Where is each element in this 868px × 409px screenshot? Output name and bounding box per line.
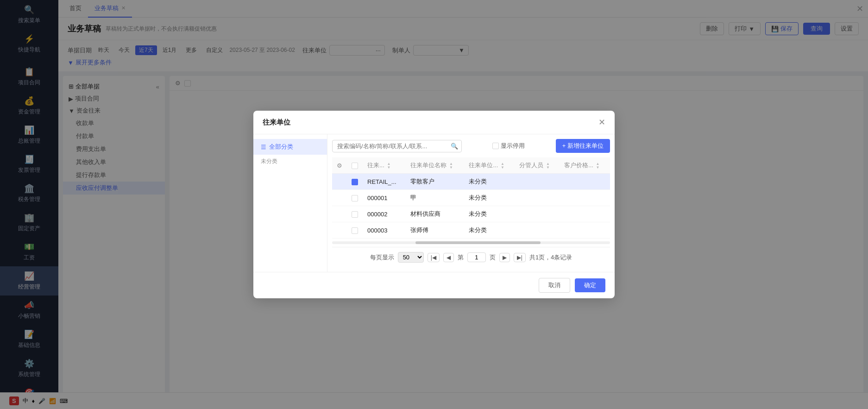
th-category: 往来单位... ▲▼ <box>464 157 515 174</box>
counterpart-table: ⚙ 往来... ▲▼ 往来单位名称 ▲▼ <box>332 157 610 239</box>
total-text: 共1页，4条记录 <box>529 253 572 262</box>
th-settings: ⚙ <box>332 157 347 174</box>
per-page-select[interactable]: 50 20 100 <box>398 252 424 263</box>
sort-price-icon: ▲▼ <box>596 162 600 170</box>
dialog-title: 往来单位 <box>263 118 290 127</box>
row-checkbox-3 <box>347 206 363 222</box>
table-row[interactable]: 000002 材料供应商 未分类 <box>332 206 610 222</box>
th-price: 客户价格... ▲▼ <box>560 157 610 174</box>
row-manager-4 <box>515 222 560 239</box>
cat-all-label: 全部分类 <box>269 143 293 151</box>
row-cb-2[interactable] <box>352 195 358 201</box>
dialog-header: 往来单位 ✕ <box>253 111 615 134</box>
row-name-3: 材料供应商 <box>406 206 464 222</box>
search-wrap: 🔍 <box>332 140 462 152</box>
row-cb-3[interactable] <box>352 211 358 218</box>
table-row[interactable]: RETAIL_... 零散客户 未分类 <box>332 174 610 190</box>
row-manager-3 <box>515 206 560 222</box>
prev-page-btn[interactable]: ◀ <box>443 253 454 262</box>
table-row[interactable]: 000003 张师傅 未分类 <box>332 222 610 239</box>
row-settings-2 <box>332 190 347 206</box>
th-manager: 分管人员 ▲▼ <box>515 157 560 174</box>
table-row[interactable]: 000001 甲 未分类 <box>332 190 610 206</box>
dialog-footer: 取消 确定 <box>253 272 615 298</box>
cat-all-icon: ☰ <box>261 144 266 151</box>
col-settings-icon[interactable]: ⚙ <box>337 162 342 169</box>
dialog-table-scroll: ⚙ 往来... ▲▼ 往来单位名称 ▲▼ <box>332 157 610 239</box>
show-disabled-label: 显示停用 <box>501 142 525 150</box>
row-name-4: 张师傅 <box>406 222 464 239</box>
row-price-3 <box>560 206 610 222</box>
page-label: 第 <box>458 253 464 262</box>
row-manager-1 <box>515 174 560 190</box>
select-all-checkbox[interactable] <box>352 163 358 169</box>
first-page-btn[interactable]: |◀ <box>428 253 440 262</box>
confirm-btn[interactable]: 确定 <box>575 278 605 292</box>
row-cat-4: 未分类 <box>464 222 515 239</box>
row-settings-4 <box>332 222 347 239</box>
row-cb-4[interactable] <box>352 227 358 234</box>
row-cat-3: 未分类 <box>464 206 515 222</box>
row-settings <box>332 174 347 190</box>
dialog-close-btn[interactable]: ✕ <box>598 117 605 127</box>
show-disabled-option[interactable]: 显示停用 <box>492 142 525 150</box>
counterpart-dialog: 往来单位 ✕ ☰ 全部分类 未分类 🔍 <box>253 111 615 298</box>
search-icon: 🔍 <box>451 143 458 150</box>
cancel-btn[interactable]: 取消 <box>539 278 570 293</box>
row-name-1: 零散客户 <box>406 174 464 190</box>
row-checkbox-2 <box>347 190 363 206</box>
sort-code-icon: ▲▼ <box>387 162 390 170</box>
per-page-label: 每页显示 <box>370 253 394 262</box>
dialog-cat-all[interactable]: ☰ 全部分类 <box>253 139 327 155</box>
add-counterpart-btn[interactable]: + 新增往来单位 <box>556 139 610 153</box>
dialog-body: ☰ 全部分类 未分类 🔍 显示停用 + 新增往来单位 <box>253 134 615 272</box>
row-cat-1: 未分类 <box>464 174 515 190</box>
dialog-unclassified-label: 未分类 <box>253 155 327 168</box>
row-code-1: RETAIL_... <box>363 174 406 190</box>
row-settings-3 <box>332 206 347 222</box>
dialog-search-row: 🔍 显示停用 + 新增往来单位 <box>332 139 610 153</box>
page-label-end: 页 <box>490 253 496 262</box>
row-checkbox <box>347 174 363 190</box>
row-manager-2 <box>515 190 560 206</box>
row-code-2: 000001 <box>363 190 406 206</box>
row-price-2 <box>560 190 610 206</box>
counterpart-search-input[interactable] <box>332 140 462 152</box>
row-code-4: 000003 <box>363 222 406 239</box>
table-head: ⚙ 往来... ▲▼ 往来单位名称 ▲▼ <box>332 157 610 174</box>
row-checkbox-4 <box>347 222 363 239</box>
row-code-3: 000002 <box>363 206 406 222</box>
row-price-1 <box>560 174 610 190</box>
dialog-right-panel: 🔍 显示停用 + 新增往来单位 ⚙ <box>327 134 615 272</box>
dialog-pagination: 每页显示 50 20 100 |◀ ◀ 第 页 ▶ ▶| 共1页，4条记录 <box>332 247 610 267</box>
sort-manager-icon: ▲▼ <box>546 162 550 170</box>
th-checkbox <box>347 157 363 174</box>
row-cat-2: 未分类 <box>464 190 515 206</box>
row-price-4 <box>560 222 610 239</box>
sort-cat-icon: ▲▼ <box>501 162 504 170</box>
row-checkbox-1[interactable] <box>352 179 358 185</box>
th-code: 往来... ▲▼ <box>363 157 406 174</box>
page-number-input[interactable] <box>467 252 486 262</box>
table-scrollbar-track <box>332 241 610 244</box>
show-disabled-checkbox[interactable] <box>492 143 499 149</box>
table-scrollbar-thumb[interactable] <box>415 241 541 244</box>
dialog-left-panel: ☰ 全部分类 未分类 <box>253 134 327 272</box>
last-page-btn[interactable]: ▶| <box>514 253 526 262</box>
th-name: 往来单位名称 ▲▼ <box>406 157 464 174</box>
dialog-overlay: 往来单位 ✕ ☰ 全部分类 未分类 🔍 <box>0 0 868 409</box>
table-body: RETAIL_... 零散客户 未分类 000001 甲 <box>332 174 610 239</box>
row-name-2: 甲 <box>406 190 464 206</box>
sort-name-icon: ▲▼ <box>449 162 453 170</box>
next-page-btn[interactable]: ▶ <box>499 253 510 262</box>
